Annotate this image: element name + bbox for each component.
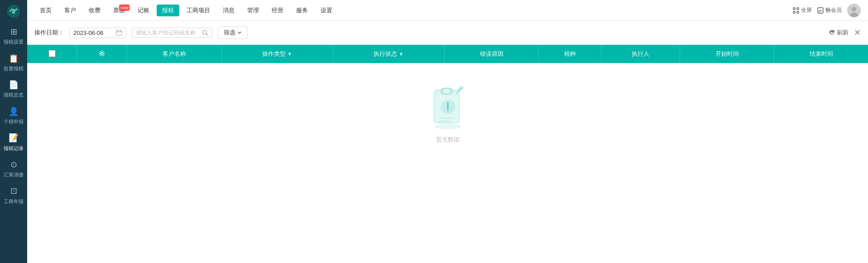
date-input-wrap[interactable]: [69, 28, 126, 38]
search-input[interactable]: [136, 29, 199, 36]
refresh-label: 刷新: [837, 29, 849, 37]
filter-label: 筛选: [224, 29, 235, 37]
th-customer_name: 客户名称: [127, 45, 222, 63]
toolbar: 操作日期： 筛选: [27, 21, 868, 45]
th-operation_type: 操作类型▼: [221, 45, 333, 63]
topnav: 首页客户收费票据new记账报税工商项目消息管理经营服务设置 全屏 畅会员: [27, 0, 868, 21]
member-button[interactable]: 畅会员: [817, 6, 842, 14]
main-content: 首页客户收费票据new记账报税工商项目消息管理经营服务设置 全屏 畅会员: [27, 0, 868, 263]
svg-point-18: [447, 109, 449, 111]
sidebar-label-gongshang-nianbao: 工商年报: [4, 198, 24, 205]
date-label: 操作日期：: [34, 29, 64, 37]
table-body: 暂无数据: [27, 63, 868, 153]
nav-item-gongshang-xiangmu[interactable]: 工商项目: [181, 5, 216, 16]
table-header-row: 客户名称操作类型▼执行状态▼错误原因税种执行人开始时间结束时间: [27, 45, 868, 63]
sidebar-label-geshui-shenbao: 个税申报: [4, 118, 24, 125]
th-filter-exec_status[interactable]: ▼: [398, 51, 403, 57]
page-area: 操作日期： 筛选: [27, 21, 868, 263]
th-start_time: 开始时间: [680, 45, 774, 63]
refresh-button[interactable]: 刷新: [829, 29, 849, 37]
nav-item-guanli[interactable]: 管理: [242, 5, 264, 16]
sidebar-icon-baoshui-jilu: 📝: [9, 132, 19, 144]
nav-item-jizhang[interactable]: 记账: [132, 5, 155, 16]
sidebar-item-baoshui-jilu[interactable]: 📝报税记录: [0, 129, 27, 156]
nav-item-shezhi[interactable]: 设置: [315, 5, 338, 16]
nav-item-shoufei[interactable]: 收费: [83, 5, 106, 16]
nav-item-piaoju[interactable]: 票据new: [108, 5, 130, 16]
fullscreen-icon: [793, 7, 799, 14]
svg-point-1: [12, 10, 15, 14]
nav-item-customer[interactable]: 客户: [59, 5, 82, 16]
fullscreen-button[interactable]: 全屏: [793, 6, 812, 14]
sidebar-logo: [0, 0, 27, 23]
svg-point-13: [434, 124, 461, 129]
chevron-down-icon: [237, 30, 242, 35]
svg-rect-16: [443, 89, 451, 93]
svg-rect-3: [797, 8, 799, 10]
th-label-executor: 执行人: [632, 50, 649, 57]
svg-rect-5: [797, 11, 799, 13]
th-filter-operation_type[interactable]: ▼: [287, 51, 292, 57]
sidebar-item-piliang-baoshui[interactable]: 📋批量报税: [0, 49, 27, 76]
sidebar: ⊞报税设置📋批量报税📄报税总览👤个税申报📝报税记录⊙汇算清缴⊡工商年报: [0, 0, 27, 263]
member-label: 畅会员: [825, 6, 842, 14]
th-end_time: 结束时间: [774, 45, 868, 63]
select-all-checkbox[interactable]: [48, 50, 56, 57]
sidebar-icon-baoshui-zonglam: 📄: [9, 79, 19, 91]
nav-badge-piaoju: new: [119, 5, 129, 11]
sidebar-label-baoshui-zonglam: 报税总览: [4, 92, 24, 98]
sidebar-label-baoshui-shezhi: 报税设置: [4, 39, 24, 45]
data-table: 客户名称操作类型▼执行状态▼错误原因税种执行人开始时间结束时间: [27, 45, 868, 153]
avatar[interactable]: [847, 4, 861, 17]
toolbar-right: 刷新 ✕: [829, 29, 861, 37]
th-settings[interactable]: [77, 45, 127, 63]
sidebar-icon-piliang-baoshui: 📋: [9, 53, 19, 64]
topnav-items: 首页客户收费票据new记账报税工商项目消息管理经营服务设置: [34, 5, 793, 16]
svg-rect-20: [439, 121, 450, 122]
th-label-operation_type: 操作类型: [262, 50, 286, 57]
svg-rect-19: [439, 117, 455, 119]
nav-item-home[interactable]: 首页: [34, 5, 57, 16]
topnav-right: 全屏 畅会员: [793, 4, 861, 17]
sidebar-item-baoshui-zonglam[interactable]: 📄报税总览: [0, 76, 27, 102]
sidebar-label-baoshui-jilu: 报税记录: [4, 145, 24, 152]
empty-state: 暂无数据: [27, 63, 868, 153]
date-input[interactable]: [73, 29, 113, 36]
svg-rect-10: [116, 30, 122, 35]
th-label-tax_type: 税种: [564, 50, 576, 57]
th-label-customer_name: 客户名称: [163, 50, 186, 57]
svg-rect-4: [793, 11, 795, 13]
member-icon: [817, 7, 824, 14]
svg-rect-2: [793, 8, 795, 10]
sidebar-item-geshui-shenbao[interactable]: 👤个税申报: [0, 102, 27, 129]
sidebar-item-gongshang-nianbao[interactable]: ⊡工商年报: [0, 182, 27, 209]
th-label-exec_status: 执行状态: [374, 50, 397, 57]
sidebar-item-baoshui-shezhi[interactable]: ⊞报税设置: [0, 23, 27, 49]
calendar-icon: [116, 29, 122, 36]
th-executor: 执行人: [601, 45, 680, 63]
svg-point-8: [852, 7, 856, 11]
search-wrap[interactable]: [132, 28, 212, 38]
nav-item-jingying[interactable]: 经营: [266, 5, 289, 16]
empty-illustration: [425, 81, 470, 131]
search-icon: [202, 29, 208, 36]
nav-item-fuwu[interactable]: 服务: [291, 5, 313, 16]
filter-button[interactable]: 筛选: [218, 26, 248, 39]
sidebar-label-piliang-baoshui: 批量报税: [4, 65, 24, 72]
th-label-start_time: 开始时间: [715, 50, 739, 57]
settings-icon: [98, 50, 106, 57]
th-exec_status: 执行状态▼: [333, 45, 444, 63]
nav-item-xiaoxi[interactable]: 消息: [217, 5, 240, 16]
sidebar-label-huisuan-jiaona: 汇算清缴: [4, 171, 24, 178]
sidebar-item-huisuan-jiaona[interactable]: ⊙汇算清缴: [0, 156, 27, 182]
nav-item-baoshui[interactable]: 报税: [157, 5, 179, 16]
sidebar-icon-huisuan-jiaona: ⊙: [10, 159, 17, 170]
close-button[interactable]: ✕: [854, 29, 861, 37]
sidebar-icon-geshui-shenbao: 👤: [9, 106, 19, 117]
refresh-icon: [829, 29, 835, 36]
sidebar-icon-baoshui-shezhi: ⊞: [10, 26, 17, 38]
th-tax_type: 税种: [539, 45, 601, 63]
th-checkbox[interactable]: [27, 45, 77, 63]
fullscreen-label: 全屏: [801, 6, 812, 14]
th-label-end_time: 结束时间: [810, 50, 833, 57]
